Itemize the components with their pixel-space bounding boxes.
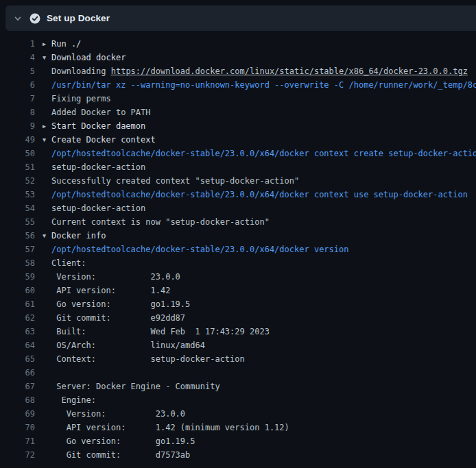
line-number[interactable]: 6 [0,78,35,92]
line-number[interactable]: 60 [0,284,35,297]
log-line: 9▶Start Docker daemon [0,119,476,133]
log-line: 56▼Docker info [0,229,476,243]
log-line: 49▼Create Docker context [0,133,476,147]
line-number[interactable]: 70 [0,421,35,434]
log-text: Go version: go1.19.5 [35,297,190,311]
line-number[interactable]: 5 [0,64,35,78]
line-number[interactable]: 65 [0,352,35,366]
line-number[interactable]: 57 [0,243,35,256]
line-number[interactable]: 49 [0,133,35,147]
log-text: Downloading https://download.docker.com/… [35,64,468,78]
line-number[interactable]: 4 [0,51,35,64]
log-line: 65 Context: setup-docker-action [0,352,476,366]
line-number[interactable]: 72 [0,448,35,462]
line-number[interactable]: 71 [0,434,35,448]
chevron-down-icon[interactable] [12,13,23,24]
log-text: Server: Docker Engine - Community [35,380,220,393]
log-text: /opt/hostedtoolcache/docker-stable/23.0.… [35,188,468,201]
line-number[interactable]: 53 [0,188,35,201]
log-line: 59 Version: 23.0.0 [0,270,476,284]
group-toggle[interactable]: ▶Start Docker daemon [35,119,145,133]
log-line: 54setup-docker-action [0,201,476,215]
download-url-link[interactable]: https://download.docker.com/linux/static… [111,66,468,76]
chevron-collapsed-icon: ▶ [43,119,51,133]
line-number[interactable]: 68 [0,393,35,407]
log-text: /opt/hostedtoolcache/docker-stable/23.0.… [35,147,476,160]
log-text: Current context is now "setup-docker-act… [35,215,270,229]
log-line: 52Successfully created context "setup-do… [0,174,476,188]
line-number[interactable]: 55 [0,215,35,229]
log-text [35,366,51,380]
log-text: Git commit: d7573ab [35,448,190,462]
log-text: OS/Arch: linux/amd64 [35,338,205,352]
line-number[interactable]: 69 [0,407,35,421]
line-number[interactable]: 51 [0,160,35,174]
line-number[interactable]: 64 [0,338,35,352]
log-text: Successfully created context "setup-dock… [35,174,299,188]
chevron-expanded-icon: ▼ [43,229,51,243]
log-text: Fixing perms [35,92,111,106]
log-line: 63 Built: Wed Feb 1 17:43:29 2023 [0,325,476,338]
step-title: Set up Docker [47,13,110,23]
line-number[interactable]: 8 [0,106,35,119]
line-number[interactable]: 62 [0,311,35,325]
log-line: 66 [0,366,476,380]
log-line: 4▼Download docker [0,51,476,64]
step-header[interactable]: Set up Docker [5,5,476,31]
log-line: 1▶Run ./ [0,37,476,51]
log-line: 8Added Docker to PATH [0,106,476,119]
log-line: 69 Version: 23.0.0 [0,407,476,421]
check-circle-icon [29,13,40,24]
line-number[interactable]: 67 [0,380,35,393]
line-number[interactable]: 7 [0,92,35,106]
line-number[interactable]: 9 [0,119,35,133]
line-number[interactable]: 58 [0,256,35,270]
log-text: Context: setup-docker-action [35,352,245,366]
chevron-expanded-icon: ▼ [43,133,51,147]
log-text: API version: 1.42 [35,284,170,297]
line-number[interactable]: 61 [0,297,35,311]
line-number[interactable]: 52 [0,174,35,188]
log-text: Version: 23.0.0 [35,270,180,284]
log-line: 61 Go version: go1.19.5 [0,297,476,311]
log-line: 72 Git commit: d7573ab [0,448,476,462]
log-line: 62 Git commit: e92dd87 [0,311,476,325]
line-number[interactable]: 63 [0,325,35,338]
log-line: 53/opt/hostedtoolcache/docker-stable/23.… [0,188,476,201]
group-toggle[interactable]: ▼Download docker [35,51,126,64]
log-line: 71 Go version: go1.19.5 [0,434,476,448]
line-number[interactable]: 50 [0,147,35,160]
log-line: 68 Engine: [0,393,476,407]
log-text: /opt/hostedtoolcache/docker-stable/23.0.… [35,243,348,256]
log-text: Engine: [35,393,96,407]
log-line: 67 Server: Docker Engine - Community [0,380,476,393]
log-line: 64 OS/Arch: linux/amd64 [0,338,476,352]
log-line: 57/opt/hostedtoolcache/docker-stable/23.… [0,243,476,256]
log-line: 50/opt/hostedtoolcache/docker-stable/23.… [0,147,476,160]
log-text: Client: [35,256,86,270]
log-text: Added Docker to PATH [35,106,151,119]
log-line: 55Current context is now "setup-docker-a… [0,215,476,229]
log-text: setup-docker-action [35,160,145,174]
log-text: Built: Wed Feb 1 17:43:29 2023 [35,325,270,338]
line-number[interactable]: 56 [0,229,35,243]
log-line: 70 API version: 1.42 (minimum version 1.… [0,421,476,434]
log-line: 6/usr/bin/tar xz --warning=no-unknown-ke… [0,78,476,92]
log-text: Version: 23.0.0 [35,407,185,421]
log-text: setup-docker-action [35,201,145,215]
line-number[interactable]: 66 [0,366,35,380]
log-text: Go version: go1.19.5 [35,434,195,448]
group-toggle[interactable]: ▶Run ./ [35,37,81,51]
line-number[interactable]: 1 [0,37,35,51]
chevron-collapsed-icon: ▶ [43,37,51,51]
group-toggle[interactable]: ▼Create Docker context [35,133,156,147]
line-number[interactable]: 59 [0,270,35,284]
log-viewer: 1▶Run ./4▼Download docker5Downloading ht… [0,37,476,468]
log-line: 51setup-docker-action [0,160,476,174]
chevron-expanded-icon: ▼ [43,51,51,64]
line-number[interactable]: 54 [0,201,35,215]
log-text: Git commit: e92dd87 [35,311,185,325]
log-text: API version: 1.42 (minimum version 1.12) [35,421,289,434]
group-toggle[interactable]: ▼Docker info [35,229,106,243]
log-line: 58Client: [0,256,476,270]
